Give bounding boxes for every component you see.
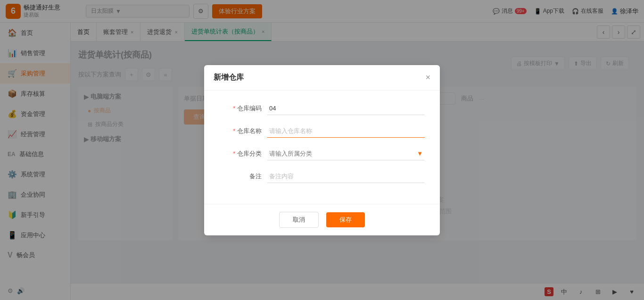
modal-overlay: 新增仓库 × 仓库编码 仓库名称 仓库分类 ▼: [0, 0, 644, 248]
save-button[interactable]: 保存: [326, 212, 365, 227]
warehouse-name-label: 仓库名称: [219, 127, 262, 135]
warehouse-name-input[interactable]: [267, 125, 425, 138]
note-label: 备注: [219, 172, 262, 181]
warehouse-category-select[interactable]: ▼: [267, 147, 425, 160]
warehouse-category-label: 仓库分类: [219, 150, 262, 158]
warehouse-category-row: 仓库分类 ▼: [219, 147, 425, 160]
note-input[interactable]: [267, 170, 425, 183]
modal-footer: 取消 保存: [204, 204, 440, 235]
warehouse-code-row: 仓库编码: [219, 102, 425, 115]
cancel-button[interactable]: 取消: [279, 212, 319, 228]
add-warehouse-modal: 新增仓库 × 仓库编码 仓库名称 仓库分类 ▼: [204, 65, 440, 235]
modal-body: 仓库编码 仓库名称 仓库分类 ▼ 备注: [204, 91, 440, 204]
warehouse-code-input[interactable]: [267, 102, 425, 115]
modal-title: 新增仓库: [214, 73, 244, 83]
modal-close-button[interactable]: ×: [425, 73, 430, 82]
warehouse-code-label: 仓库编码: [219, 104, 262, 113]
warehouse-name-row: 仓库名称: [219, 125, 425, 138]
note-row: 备注: [219, 170, 425, 183]
category-dropdown-arrow[interactable]: ▼: [417, 150, 423, 157]
modal-header: 新增仓库 ×: [204, 65, 440, 91]
warehouse-category-input[interactable]: [269, 150, 417, 157]
